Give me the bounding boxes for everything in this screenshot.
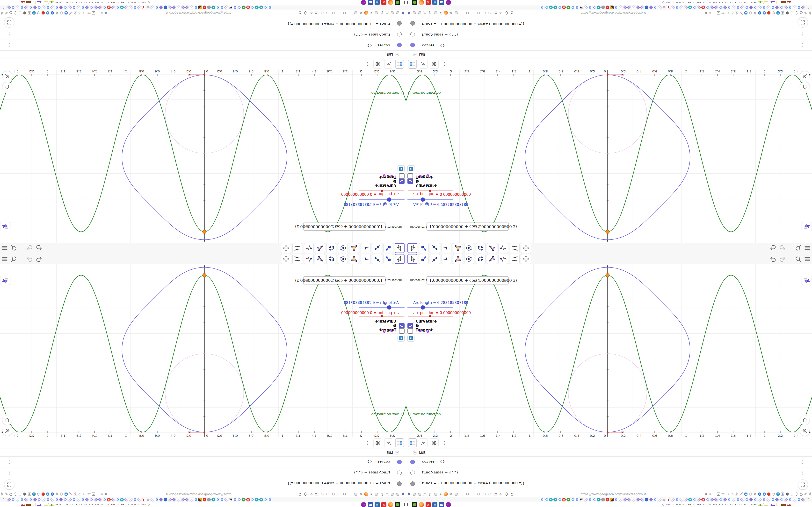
tab-favicon-google[interactable]: G (11, 6, 15, 9)
tab-favicon-google[interactable]: G (220, 498, 224, 501)
down-blue-icon[interactable] (762, 492, 766, 496)
balloon-icon[interactable] (401, 492, 405, 496)
pill-icon[interactable] (471, 492, 475, 496)
show-input-help-button[interactable]: ƒx (419, 439, 428, 447)
tab-favicon-ggb[interactable] (801, 6, 805, 9)
tab-favicon-ggb[interactable] (85, 6, 89, 9)
tab-favicon-google[interactable]: G (706, 6, 709, 9)
undo-icon[interactable] (769, 256, 777, 263)
circle-dot-icon[interactable] (343, 492, 347, 496)
tab-favicon-info[interactable]: i (601, 498, 605, 501)
circle-dot-icon[interactable] (331, 11, 336, 15)
translate-icon[interactable]: A (716, 11, 720, 15)
algebra-row-text[interactable]: funcs = {1.000000000000 + cos(4.00000000… (422, 481, 525, 485)
globe-icon[interactable] (417, 492, 422, 496)
tab-favicon-google[interactable]: G (727, 498, 731, 501)
tab-favicon-google[interactable]: G (771, 6, 774, 9)
red-circle-icon[interactable] (41, 11, 45, 15)
tab-favicon-google[interactable]: G (719, 6, 722, 9)
tab-favicon-ggb[interactable] (710, 498, 714, 501)
tab-favicon-gear-fav[interactable] (146, 6, 150, 9)
chevron-down-icon[interactable] (306, 280, 309, 282)
tab-favicon-google[interactable]: G (238, 498, 241, 501)
app-icon-red-gear[interactable] (425, 0, 430, 5)
tab-favicon-google[interactable]: G (216, 498, 219, 501)
graphics-view[interactable]: -2.4-2.2-2-1.8-1.6-1.4-1.2-1-0.8-0.6-0.4… (406, 264, 812, 437)
tab-favicon-ggb[interactable] (784, 6, 788, 9)
firefox-icon[interactable] (364, 11, 368, 15)
tab-favicon-ggb[interactable] (33, 6, 37, 9)
tab-favicon-green-check[interactable] (566, 498, 570, 501)
search-icon[interactable] (10, 256, 17, 263)
gear-ext-icon[interactable] (808, 11, 812, 15)
wrench-icon[interactable] (4, 11, 8, 15)
tool-reflect-button[interactable] (498, 254, 508, 264)
tool-line-button[interactable] (372, 243, 382, 253)
sort-by-type-button[interactable] (408, 60, 417, 68)
tab-favicon-gear-fav[interactable] (662, 6, 666, 9)
tool-point-button[interactable]: A (383, 254, 393, 264)
collapse-group-button[interactable] (412, 52, 417, 56)
algebra-row-funcNames[interactable]: funcNames = {" "} (0, 29, 406, 40)
tab-favicon-google[interactable]: G (155, 498, 158, 501)
pause-icon[interactable] (407, 1, 409, 4)
globe-icon[interactable] (390, 11, 395, 15)
curvature-input-box[interactable]: 1.000000000000 + cos(4.000000000000 x) (426, 223, 509, 231)
home-button[interactable] (800, 82, 810, 92)
undo-icon[interactable] (35, 256, 43, 263)
tab-favicon-google[interactable]: G (540, 498, 544, 501)
folder-icon[interactable] (493, 11, 497, 15)
step-animation-button[interactable] (407, 335, 414, 341)
trash-icon[interactable] (37, 11, 41, 15)
tab-favicon-ggb[interactable] (710, 6, 714, 9)
pill-icon[interactable] (471, 11, 475, 15)
tab-favicon-blue[interactable] (164, 498, 167, 501)
shield-icon[interactable] (504, 492, 508, 496)
tab-favicon-ggb[interactable] (129, 498, 133, 501)
app-icon-purple-bot[interactable]: •• (361, 0, 366, 5)
red-circle-icon[interactable] (767, 11, 771, 15)
circle-dot-icon[interactable] (476, 492, 481, 496)
gear-ext-icon[interactable] (55, 492, 59, 496)
tab-favicon-teal[interactable] (211, 498, 215, 501)
brush-icon[interactable] (739, 492, 743, 496)
tab-favicon-wiki[interactable]: W (579, 6, 583, 9)
tool-reflect-button[interactable] (304, 254, 314, 264)
function-plot[interactable]: -2.4-2.2-2-1.8-1.6-1.4-1.2-1-0.8-0.6-0.4… (0, 70, 406, 243)
visibility-toggle[interactable] (397, 32, 402, 37)
tab-favicon-orange[interactable] (198, 498, 202, 501)
app-icon-monitor[interactable] (374, 502, 379, 507)
tab-favicon-ggb[interactable] (758, 498, 761, 501)
settings-button[interactable] (373, 439, 382, 447)
tab-favicon-google[interactable]: G (754, 498, 757, 501)
tab-favicon-yandex[interactable]: Я (203, 6, 206, 9)
tab-favicon-google[interactable]: G (736, 6, 740, 9)
tab-favicon-teal[interactable] (120, 498, 124, 501)
app-icon-purple-bot[interactable]: •• (446, 502, 451, 507)
tab-favicon-google[interactable]: G (736, 498, 740, 501)
plus-blue-icon[interactable] (758, 492, 762, 496)
row-menu-kebab-icon[interactable] (7, 32, 12, 37)
tab-favicon-ggb[interactable] (151, 498, 154, 501)
app-icon-firefox-app[interactable] (388, 502, 393, 507)
tool-circle-button[interactable] (338, 243, 348, 253)
tab-favicon-ggb[interactable] (159, 498, 163, 501)
tab-favicon-info[interactable]: i (601, 6, 605, 9)
tab-favicon-teal[interactable] (211, 6, 215, 9)
tool-circle-button[interactable] (338, 254, 348, 264)
arrow-fwd-icon[interactable] (725, 11, 729, 15)
headphones-icon[interactable] (423, 11, 427, 15)
d-box-icon[interactable]: D (780, 11, 785, 15)
tool-angle-button[interactable]: α (487, 254, 497, 264)
tab-favicon-teal[interactable] (688, 498, 692, 501)
tab-favicon-google[interactable]: G (268, 498, 272, 501)
tab-favicon-teal[interactable] (255, 498, 259, 501)
curvature-tangent-checkbox[interactable] (407, 178, 413, 184)
algebra-row-text[interactable]: funcs = {1.000000000000 + cos(4.00000000… (287, 481, 390, 485)
fullscreen-button[interactable] (4, 17, 14, 27)
graphics-stylebar-toggle[interactable] (0, 276, 10, 285)
brush-icon[interactable] (69, 492, 73, 496)
redo-icon[interactable] (26, 244, 33, 251)
tab-favicon-google[interactable]: G (29, 6, 33, 9)
tool-line-button[interactable] (372, 254, 382, 264)
